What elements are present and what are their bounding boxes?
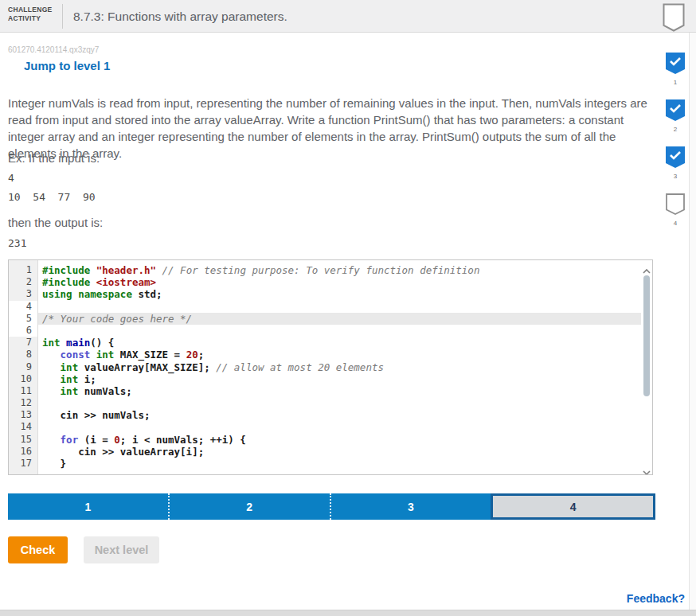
token-kw: const [61, 349, 91, 361]
token-ty: int [42, 337, 61, 349]
line-number: 13 [9, 409, 37, 421]
token-pl: cin >> valueArray[i]; [42, 446, 204, 458]
example-input-line1: 4 [8, 172, 14, 184]
challenge-label-line2: ACTIVITY [8, 14, 53, 23]
line-number: 2 [9, 276, 37, 288]
code-line-16: cin >> valueArray[i]; [38, 446, 641, 458]
progress-segment-3: 3 [330, 493, 491, 520]
token-com: // For testing purpose: To verify functi… [162, 264, 480, 276]
code-line-11: int numVals; [38, 385, 641, 397]
activity-header: CHALLENGE ACTIVITY 8.7.3: Functions with… [0, 0, 696, 33]
scroll-down-arrow-icon[interactable] [643, 465, 651, 471]
token-dir: using [42, 288, 72, 300]
progress-segment-4: 4 [491, 493, 655, 520]
level-badge-2: 2 [664, 99, 686, 133]
token-pl: valueArray[MAX_SIZE]; [78, 361, 216, 373]
token-dir: #include [42, 264, 90, 276]
token-pl [42, 373, 61, 385]
token-pl [90, 349, 96, 361]
token-pl: i; [78, 373, 96, 385]
next-level-button[interactable]: Next level [84, 536, 159, 563]
activity-title: 8.7.3: Functions with array parameters. [73, 0, 287, 33]
line-number: 17 [9, 458, 37, 470]
challenge-label-line1: CHALLENGE [8, 6, 53, 14]
code-area[interactable]: #include "header.h" // For testing purpo… [38, 260, 641, 474]
editor-scrollbar[interactable] [641, 260, 652, 474]
token-pl: (i = [78, 434, 114, 446]
line-number: 11 [9, 385, 37, 397]
problem-description: Integer numVals is read from input, repr… [8, 95, 655, 162]
line-number: 16 [9, 446, 37, 458]
code-line-7: int main() { [38, 337, 641, 349]
line-number: 3 [9, 288, 37, 300]
token-pl [156, 264, 162, 276]
line-number: 4 [9, 301, 37, 313]
line-number: 14 [9, 421, 37, 433]
token-dir: #include [42, 276, 90, 288]
code-line-9: int valueArray[MAX_SIZE]; // allow at mo… [38, 361, 641, 373]
check-button[interactable]: Check [8, 536, 68, 563]
code-editor[interactable]: 1234567891011121314151617 #include "head… [8, 259, 653, 475]
bookmark-banner-icon [663, 3, 685, 35]
line-number: 8 [9, 349, 37, 361]
challenge-activity-page: CHALLENGE ACTIVITY 8.7.3: Functions with… [0, 0, 696, 616]
token-str: "header.h" [96, 264, 156, 276]
code-line-12 [38, 397, 641, 409]
line-number: 15 [9, 434, 37, 446]
page-scroll-gutter [689, 33, 696, 610]
level-progress-bar: 1234 [8, 493, 655, 520]
progress-segment-2: 2 [168, 493, 330, 520]
token-pl [42, 434, 61, 446]
token-pl: std; [132, 288, 162, 300]
token-pl: ; [198, 349, 205, 361]
example-output-intro: then the output is: [8, 216, 103, 229]
example-intro: Ex: If the input is: [8, 151, 100, 165]
challenge-activity-label: CHALLENGE ACTIVITY [8, 6, 53, 23]
scroll-up-arrow-icon[interactable] [643, 263, 651, 270]
activity-id: 601270.4120114.qx3zqy7 [8, 45, 99, 54]
line-number: 1 [9, 264, 37, 276]
feedback-link[interactable]: Feedback? [627, 592, 685, 605]
code-line-5: /* Your code goes here */ [38, 313, 641, 325]
bottom-divider-strip [0, 610, 696, 616]
example-input-line2: 10 54 77 90 [8, 191, 96, 203]
level-badge-number: 4 [664, 220, 686, 227]
code-line-10: int i; [38, 373, 641, 385]
level-completion-rail: 1234 [664, 53, 686, 240]
token-ty: int [61, 385, 79, 397]
token-pl [90, 276, 96, 288]
level-badge-number: 2 [664, 126, 686, 133]
token-kw: for [61, 434, 79, 446]
token-pl: MAX_SIZE = [114, 349, 186, 361]
token-pl [90, 264, 96, 276]
token-def: main [66, 337, 90, 349]
level-badge-3: 3 [664, 146, 686, 180]
code-line-4 [38, 301, 641, 313]
line-number: 12 [9, 397, 37, 409]
level-badge-number: 3 [664, 173, 686, 180]
line-number: 10 [9, 373, 37, 385]
token-pl [42, 361, 61, 373]
token-num: 20 [186, 349, 198, 361]
level-badge-1: 1 [664, 53, 686, 86]
line-number: 9 [9, 361, 37, 373]
code-line-13: cin >> numVals; [38, 409, 641, 421]
code-line-6 [38, 325, 641, 337]
token-com: // allow at most 20 elements [216, 361, 384, 373]
token-ty: int [61, 361, 79, 373]
token-pl: cin >> numVals; [42, 409, 150, 421]
token-num: 0 [114, 434, 120, 446]
token-pl: ; i < numVals; ++i) { [120, 434, 246, 446]
scrollbar-thumb[interactable] [643, 275, 650, 396]
jump-to-level-link[interactable]: Jump to level 1 [24, 59, 110, 72]
token-pl: () { [90, 337, 114, 349]
line-number: 7 [9, 337, 37, 349]
token-pl [42, 349, 61, 361]
token-pl [42, 385, 61, 397]
code-line-15: for (i = 0; i < numVals; ++i) { [38, 434, 641, 446]
code-line-8: const int MAX_SIZE = 20; [38, 349, 641, 361]
token-dir: namespace [78, 288, 132, 300]
code-line-3: using namespace std; [38, 288, 641, 300]
token-str: <iostream> [96, 276, 156, 288]
progress-segment-1: 1 [8, 493, 168, 520]
